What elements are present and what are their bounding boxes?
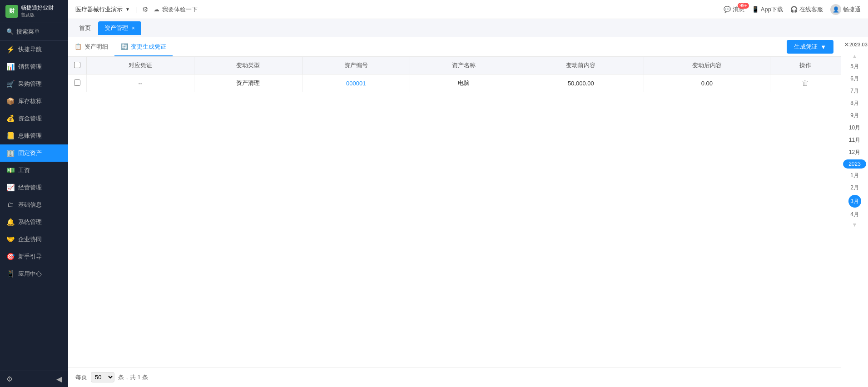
- sidebar-item-sales[interactable]: 📊 销售管理: [0, 58, 68, 75]
- month-11[interactable]: 11月: [841, 134, 868, 146]
- month-1[interactable]: 1月: [841, 169, 868, 182]
- app-download-label: App下载: [761, 5, 783, 14]
- month-3-active[interactable]: 3月: [848, 195, 861, 208]
- col-after-content: 变动后内容: [644, 57, 770, 74]
- sidebar-item-quick-nav[interactable]: ⚡ 快捷导航: [0, 41, 68, 58]
- collapse-icon[interactable]: ◀: [56, 375, 62, 383]
- user-menu[interactable]: 👤 畅捷通: [830, 4, 861, 15]
- sidebar-item-purchase[interactable]: 🛒 采购管理: [0, 75, 68, 93]
- table-header-checkbox[interactable]: [68, 57, 86, 74]
- guide-icon: 🎯: [6, 253, 15, 261]
- sidebar-menu: ⚡ 快捷导航 📊 销售管理 🛒 采购管理 📦 库存核算 💰 资金管理 📒 总账管…: [0, 41, 68, 371]
- sidebar-item-label: 应用中心: [18, 270, 42, 278]
- tab-home[interactable]: 首页: [75, 22, 94, 34]
- asset-detail-label: 资产明细: [84, 43, 108, 51]
- col-operation: 操作: [770, 57, 841, 74]
- cell-operation[interactable]: 🗑: [770, 74, 841, 92]
- generate-voucher-button[interactable]: 生成凭证 ▼: [787, 40, 833, 54]
- month-2[interactable]: 2月: [841, 182, 868, 194]
- sales-icon: 📊: [6, 63, 15, 71]
- sidebar-item-label: 资金管理: [18, 114, 42, 123]
- change-voucher-label: 变更生成凭证: [131, 43, 166, 51]
- company-settings-icon[interactable]: ⚙: [142, 5, 148, 14]
- settings-icon[interactable]: ⚙: [6, 375, 13, 383]
- tab-asset-management[interactable]: 资产管理 ×: [98, 21, 141, 35]
- cell-after-content: 0.00: [644, 74, 770, 92]
- cell-asset-code[interactable]: 000001: [302, 74, 410, 92]
- month-6[interactable]: 6月: [841, 73, 868, 85]
- per-page-label: 每页: [75, 373, 87, 382]
- month-12[interactable]: 12月: [841, 146, 868, 159]
- scroll-down-icon[interactable]: ▼: [841, 221, 868, 229]
- logo-icon: 财: [5, 5, 18, 18]
- sidebar-item-ledger[interactable]: 📒 总账管理: [0, 127, 68, 144]
- col-before-content: 变动前内容: [518, 57, 644, 74]
- experience-label: 我要体验一下: [162, 5, 198, 14]
- main-area: 医疗器械行业演示 ▼ | ⚙ ☁ 我要体验一下 💬 消息 99+ 📱 App下载…: [68, 0, 868, 387]
- right-panel-year-label: 2023.03: [849, 42, 868, 47]
- sidebar-item-label: 系统管理: [18, 218, 42, 226]
- sidebar-item-inventory[interactable]: 📦 库存核算: [0, 93, 68, 110]
- tab-close-icon[interactable]: ×: [132, 25, 135, 31]
- year-month-list: ▲ 5月 6月 7月 8月 9月 10月 11月 12月 2023 1月 2月 …: [841, 52, 868, 387]
- month-7[interactable]: 7月: [841, 85, 868, 97]
- select-all-checkbox[interactable]: [74, 62, 80, 68]
- per-page-select[interactable]: 50 10 20 100: [91, 372, 114, 382]
- sidebar-item-enterprise[interactable]: 🤝 企业协同: [0, 231, 68, 248]
- avatar: 👤: [830, 4, 841, 15]
- quick-nav-icon: ⚡: [6, 45, 15, 54]
- app-center-icon: 📱: [6, 270, 15, 278]
- sidebar-item-label: 快捷导航: [18, 45, 42, 54]
- tab-active-label: 资产管理: [104, 24, 128, 32]
- topbar: 医疗器械行业演示 ▼ | ⚙ ☁ 我要体验一下 💬 消息 99+ 📱 App下载…: [68, 0, 868, 19]
- month-9[interactable]: 9月: [841, 109, 868, 122]
- month-10[interactable]: 10月: [841, 122, 868, 134]
- sidebar-item-system[interactable]: 🔔 系统管理: [0, 213, 68, 231]
- cell-asset-name: 电脑: [410, 74, 518, 92]
- ledger-icon: 📒: [6, 132, 15, 140]
- sidebar-item-salary[interactable]: 💵 工资: [0, 162, 68, 179]
- experience-button[interactable]: ☁ 我要体验一下: [154, 5, 198, 14]
- sidebar-item-label: 销售管理: [18, 63, 42, 71]
- sidebar-search[interactable]: 🔍 搜索菜单: [0, 25, 68, 39]
- tabbar: 首页 资产管理 ×: [68, 19, 868, 37]
- search-icon: 🔍: [6, 28, 14, 35]
- scroll-up-icon[interactable]: ▲: [841, 52, 868, 60]
- sidebar-item-app-center[interactable]: 📱 应用中心: [0, 265, 68, 283]
- table-row: -- 资产清理 000001 电脑 50,000.00 0.00 🗑: [68, 74, 841, 92]
- month-5[interactable]: 5月: [841, 60, 868, 73]
- tab-asset-detail[interactable]: 📋 资产明细: [68, 38, 114, 56]
- sidebar-item-label: 基础信息: [18, 201, 42, 209]
- app-download-icon: 📱: [752, 6, 759, 13]
- year-2023-marker[interactable]: 2023: [843, 159, 866, 169]
- row-checkbox-cell[interactable]: [68, 74, 86, 92]
- pagination: 每页 50 10 20 100 条，共 1 条: [68, 367, 841, 387]
- col-change-type: 变动类型: [194, 57, 303, 74]
- message-icon: 💬: [724, 6, 731, 13]
- tab-change-voucher[interactable]: 🔄 变更生成凭证: [114, 38, 173, 56]
- change-voucher-icon: 🔄: [121, 43, 128, 50]
- sidebar-item-label: 总账管理: [18, 132, 42, 140]
- month-8[interactable]: 8月: [841, 97, 868, 109]
- generate-arrow-icon: ▼: [820, 44, 826, 50]
- sidebar-item-basic-info[interactable]: 🗂 基础信息: [0, 196, 68, 213]
- app-download-button[interactable]: 📱 App下载: [752, 5, 783, 14]
- col-asset-name: 资产名称: [410, 57, 518, 74]
- message-badge: 99+: [738, 3, 749, 9]
- sidebar-item-operation[interactable]: 📈 经营管理: [0, 179, 68, 196]
- service-button[interactable]: 🎧 在线客服: [790, 5, 823, 14]
- sidebar: 财 畅捷通好业财 普及版 🔍 搜索菜单 ⚡ 快捷导航 📊 销售管理 🛒 采购管理…: [0, 0, 68, 387]
- message-button[interactable]: 💬 消息 99+: [724, 5, 744, 14]
- company-dropdown-icon: ▼: [125, 7, 130, 12]
- company-selector[interactable]: 医疗器械行业演示 ▼: [75, 5, 130, 14]
- sidebar-search-label: 搜索菜单: [16, 28, 40, 36]
- row-checkbox[interactable]: [74, 79, 80, 86]
- table-container: 对应凭证 变动类型 资产编号 资产名称 变动前内容 变动后内容 操作: [68, 57, 841, 367]
- sidebar-item-fund[interactable]: 💰 资金管理: [0, 110, 68, 127]
- month-4[interactable]: 4月: [841, 208, 868, 221]
- delete-icon[interactable]: 🗑: [802, 79, 809, 87]
- sidebar-item-guide[interactable]: 🎯 新手引导: [0, 248, 68, 265]
- total-label: 条，共 1 条: [118, 373, 148, 382]
- sidebar-item-fixed-assets[interactable]: 🏢 固定资产: [0, 144, 68, 162]
- right-panel-close-icon[interactable]: ✕: [844, 41, 849, 48]
